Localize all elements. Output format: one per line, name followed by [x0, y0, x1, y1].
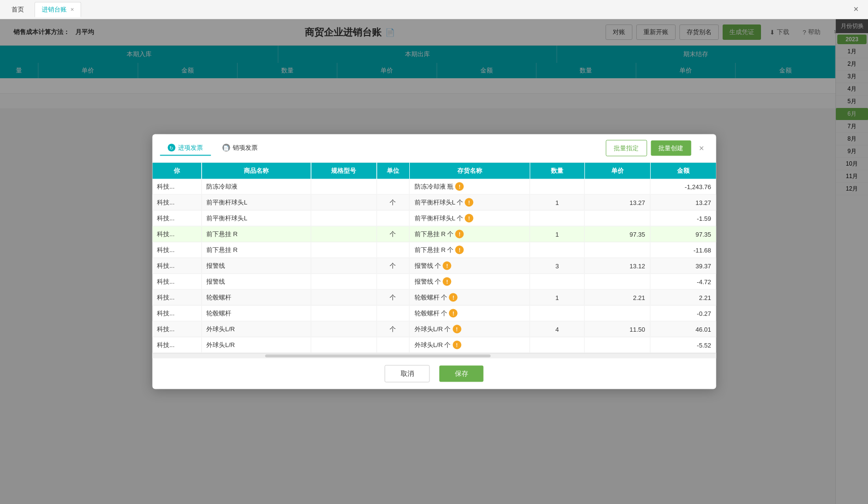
cell-amount: 2.21 [650, 289, 716, 305]
cell-product-name: 外球头L/R [202, 321, 311, 337]
tab-purchase-invoice[interactable]: ↻ 进项发票 [160, 141, 211, 156]
tab-ledger[interactable]: 进销台账 × [35, 2, 81, 17]
table-row[interactable]: 科技... 外球头L/R 外球头L/R 个 ! -5.52 [152, 337, 716, 353]
table-row[interactable]: 科技... 前平衡杆球头L 前平衡杆球头L 个 ! -1.59 [152, 210, 716, 226]
cell-price [584, 305, 650, 321]
cell-qty: 4 [530, 321, 584, 337]
cell-qty [530, 337, 584, 353]
cell-price [584, 210, 650, 226]
warn-icon[interactable]: ! [443, 262, 452, 270]
cell-stock-name: 前平衡杆球头L 个 ! [409, 210, 530, 226]
modal-scrollbar[interactable] [152, 353, 716, 358]
cell-amount: -0.27 [650, 305, 716, 321]
modal-footer: 取消 保存 [152, 358, 716, 389]
cell-qty: 3 [530, 258, 584, 274]
cell-qty [530, 274, 584, 289]
cell-product-name: 外球头L/R [202, 337, 311, 353]
cell-company: 科技... [152, 274, 202, 289]
cell-product-name: 轮毂螺杆 [202, 305, 311, 321]
col-spec: 规格型号 [311, 163, 377, 179]
cell-company: 科技... [152, 258, 202, 274]
cell-qty: 1 [530, 226, 584, 242]
cell-stock-name: 轮毂螺杆 个 ! [409, 289, 530, 305]
cell-product-name: 前平衡杆球头L [202, 210, 311, 226]
table-row[interactable]: 科技... 外球头L/R 个 外球头L/R 个 ! 4 11.50 46.01 [152, 321, 716, 337]
cell-spec [311, 242, 377, 258]
cell-spec [311, 305, 377, 321]
warn-icon[interactable]: ! [455, 182, 464, 191]
warn-icon[interactable]: ! [449, 293, 458, 302]
col-product-name: 商品名称 [202, 163, 311, 179]
tab-close-icon[interactable]: × [71, 6, 74, 13]
cell-spec [311, 274, 377, 289]
cancel-button[interactable]: 取消 [385, 365, 430, 383]
cell-stock-name: 前下悬挂 R 个 ! [409, 226, 530, 242]
tab-ledger-label: 进销台账 [42, 6, 67, 13]
cell-qty: 1 [530, 194, 584, 210]
cell-company: 科技... [152, 179, 202, 195]
cell-spec [311, 258, 377, 274]
cell-price: 13.12 [584, 258, 650, 274]
batch-assign-button[interactable]: 批量指定 [606, 140, 647, 156]
cell-amount: -4.72 [650, 274, 716, 289]
tab-home[interactable]: 首页 [5, 2, 31, 17]
cell-stock-name: 前下悬挂 R 个 ! [409, 242, 530, 258]
cell-stock-name: 报警线 个 ! [409, 274, 530, 289]
tab-sales-invoice[interactable]: 📄 销项发票 [214, 141, 265, 156]
cell-company: 科技... [152, 210, 202, 226]
cell-company: 科技... [152, 305, 202, 321]
warn-icon[interactable]: ! [455, 230, 464, 239]
table-row[interactable]: 科技... 报警线 个 报警线 个 ! 3 13.12 39.37 [152, 258, 716, 274]
modal-table: 你 商品名称 规格型号 单位 存货名称 数量 单价 金额 科技... 防冻冷却液… [152, 163, 716, 353]
cell-spec [311, 226, 377, 242]
cell-spec [311, 321, 377, 337]
cell-product-name: 前下悬挂 R [202, 226, 311, 242]
warn-icon[interactable]: ! [455, 246, 464, 254]
cell-spec [311, 179, 377, 195]
table-row[interactable]: 科技... 轮毂螺杆 个 轮毂螺杆 个 ! 1 2.21 2.21 [152, 289, 716, 305]
modal-close-button[interactable]: × [695, 142, 708, 155]
cell-unit [377, 274, 409, 289]
cell-stock-name: 外球头L/R 个 ! [409, 337, 530, 353]
col-unit: 单位 [377, 163, 409, 179]
cell-qty [530, 305, 584, 321]
cell-amount: 13.27 [650, 194, 716, 210]
warn-icon[interactable]: ! [465, 214, 474, 223]
modal-scrollbar-thumb[interactable] [265, 355, 490, 358]
table-row[interactable]: 科技... 报警线 报警线 个 ! -4.72 [152, 274, 716, 289]
cell-spec [311, 210, 377, 226]
table-row[interactable]: 科技... 防冻冷却液 防冻冷却液 瓶 ! -1,243.76 [152, 179, 716, 195]
table-row[interactable]: 科技... 前下悬挂 R 个 前下悬挂 R 个 ! 1 97.35 97.35 [152, 226, 716, 242]
cell-unit [377, 210, 409, 226]
purchase-tab-label: 进项发票 [178, 144, 203, 152]
warn-icon[interactable]: ! [452, 325, 461, 334]
warn-icon[interactable]: ! [443, 277, 452, 286]
tab-home-label: 首页 [12, 6, 24, 13]
app-close-button[interactable]: × [849, 2, 863, 17]
cell-spec [311, 337, 377, 353]
cell-company: 科技... [152, 337, 202, 353]
warn-icon[interactable]: ! [452, 341, 461, 349]
cell-stock-name: 前平衡杆球头L 个 ! [409, 194, 530, 210]
cell-price: 97.35 [584, 226, 650, 242]
cell-qty: 1 [530, 289, 584, 305]
table-row[interactable]: 科技... 轮毂螺杆 轮毂螺杆 个 ! -0.27 [152, 305, 716, 321]
cell-amount: -11.68 [650, 242, 716, 258]
cell-product-name: 前平衡杆球头L [202, 194, 311, 210]
cell-amount: 97.35 [650, 226, 716, 242]
cell-price: 11.50 [584, 321, 650, 337]
cell-spec [311, 289, 377, 305]
cell-unit: 个 [377, 226, 409, 242]
cell-company: 科技... [152, 226, 202, 242]
cell-unit: 个 [377, 258, 409, 274]
warn-icon[interactable]: ! [465, 198, 474, 207]
cell-unit: 个 [377, 289, 409, 305]
top-bar: 首页 进销台账 × × [0, 0, 868, 19]
cell-unit [377, 179, 409, 195]
warn-icon[interactable]: ! [449, 309, 458, 318]
batch-create-button[interactable]: 批量创建 [651, 141, 691, 156]
save-button[interactable]: 保存 [440, 366, 484, 382]
table-row[interactable]: 科技... 前平衡杆球头L 个 前平衡杆球头L 个 ! 1 13.27 13.2… [152, 194, 716, 210]
cell-amount: -1.59 [650, 210, 716, 226]
table-row[interactable]: 科技... 前下悬挂 R 前下悬挂 R 个 ! -11.68 [152, 242, 716, 258]
